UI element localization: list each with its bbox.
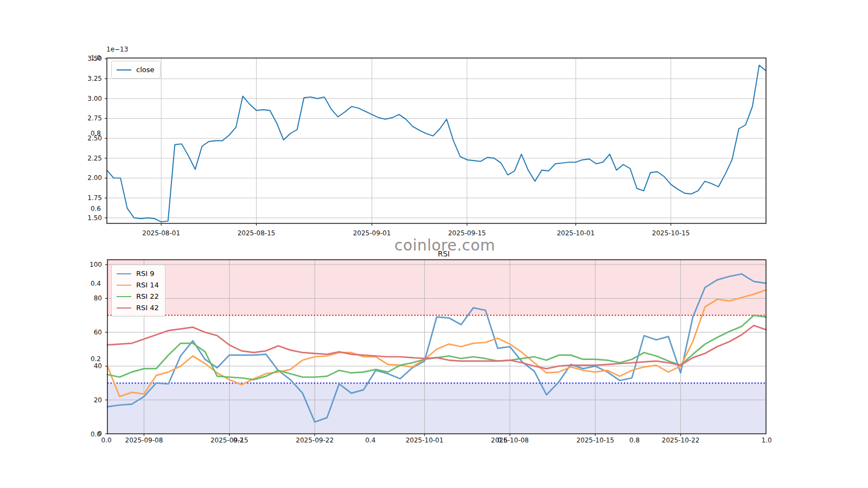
price-x-tick-label: 2025-09-01 bbox=[353, 230, 391, 236]
overlay-y-tick-label: 0.4 bbox=[91, 280, 101, 287]
close-line bbox=[107, 65, 766, 222]
figure: 2025-08-012025-08-152025-09-012025-09-15… bbox=[0, 0, 868, 488]
price-x-tick-label: 2025-08-01 bbox=[142, 230, 180, 236]
price-y-tick-label: 3.25 bbox=[87, 75, 102, 82]
price-y-tick-label: 3.00 bbox=[87, 95, 102, 102]
overlay-y-tick-label: 0.8 bbox=[91, 130, 101, 137]
overlay-y-tick-label: 0.2 bbox=[91, 356, 101, 362]
overlay-x-tick-label: 0.0 bbox=[101, 437, 111, 444]
price-legend-label: close bbox=[136, 66, 154, 74]
price-x-tick-label: 2025-10-01 bbox=[557, 230, 595, 236]
overlay-x-tick-label: 0.2 bbox=[233, 437, 244, 444]
rsi-line-sample bbox=[117, 296, 131, 297]
rsi-legend-item: RSI 14 bbox=[117, 279, 159, 291]
rsi42-line bbox=[107, 325, 766, 369]
price-y-tick-label: 2.75 bbox=[87, 115, 102, 121]
oversold-band bbox=[107, 383, 766, 434]
rsi-chart-title: RSI bbox=[438, 249, 450, 258]
price-x-tick-label: 2025-09-15 bbox=[448, 230, 486, 236]
rsi-x-tick-label: 2025-10-15 bbox=[576, 437, 614, 444]
overlay-y-tick-label: 0.6 bbox=[91, 206, 101, 212]
rsi-x-tick-label: 2025-10-01 bbox=[406, 437, 444, 444]
rsi-y-tick-label: 60 bbox=[94, 329, 102, 336]
y-axis-offset-text: 1e−13 bbox=[106, 46, 128, 53]
price-plot-border bbox=[107, 58, 766, 223]
price-y-tick-label: 2.00 bbox=[87, 175, 102, 181]
rsi22-line bbox=[107, 316, 766, 380]
rsi-legend-label: RSI 9 bbox=[136, 269, 155, 278]
price-y-tick-label: 1.75 bbox=[87, 195, 102, 201]
overlay-y-tick-label: 1.0 bbox=[91, 55, 101, 61]
rsi-legend-item: RSI 42 bbox=[117, 302, 159, 313]
price-x-tick-label: 2025-08-15 bbox=[238, 230, 276, 236]
overbought-band bbox=[107, 260, 766, 316]
overlay-x-tick-label: 1.0 bbox=[761, 437, 771, 444]
rsi-legend-item: RSI 9 bbox=[117, 268, 159, 279]
rsi-y-tick-label: 40 bbox=[94, 363, 102, 369]
overlay-x-tick-label: 0.8 bbox=[629, 437, 640, 444]
rsi-legend-label: RSI 22 bbox=[136, 292, 159, 300]
rsi-x-tick-label: 2025-10-08 bbox=[491, 437, 529, 444]
overlay-y-tick-label: 0.0 bbox=[91, 431, 101, 438]
price-x-tick-label: 2025-10-15 bbox=[652, 230, 690, 236]
overlay-x-tick-label: 0.4 bbox=[365, 437, 375, 444]
rsi-y-tick-label: 100 bbox=[90, 261, 102, 268]
rsi-line-sample bbox=[117, 273, 131, 274]
rsi-x-tick-label: 2025-09-22 bbox=[296, 437, 334, 444]
rsi-legend-label: RSI 14 bbox=[136, 281, 159, 289]
rsi-legend-item: RSI 22 bbox=[117, 291, 159, 302]
rsi-legend: RSI 9RSI 14RSI 22RSI 42 bbox=[111, 265, 165, 317]
price-y-tick-label: 2.25 bbox=[87, 155, 102, 162]
overlay-x-tick-label: 0.6 bbox=[497, 437, 508, 444]
rsi-legend-label: RSI 42 bbox=[136, 304, 159, 312]
rsi-y-tick-label: 20 bbox=[94, 397, 102, 403]
close-line-sample bbox=[117, 69, 131, 70]
price-legend-item: close bbox=[117, 64, 154, 75]
rsi-line-sample bbox=[117, 285, 131, 286]
rsi-y-tick-label: 80 bbox=[94, 295, 102, 301]
rsi-line-sample bbox=[117, 307, 131, 309]
price-legend: close bbox=[111, 61, 161, 79]
rsi-x-tick-label: 2025-09-08 bbox=[125, 437, 163, 444]
price-y-tick-label: 1.50 bbox=[87, 215, 102, 221]
rsi-x-tick-label: 2025-10-22 bbox=[662, 437, 700, 444]
